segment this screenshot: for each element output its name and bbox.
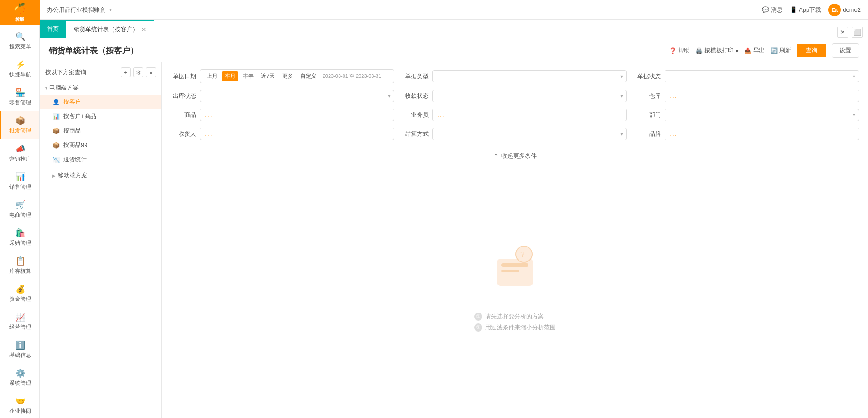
sidebar-item-capital[interactable]: 💰 资金管理: [0, 280, 39, 308]
sidebar-item-retail-mgmt[interactable]: 🏪 零售管理: [0, 83, 39, 111]
add-scheme-btn[interactable]: +: [121, 67, 131, 77]
sidebar-item-basic[interactable]: ℹ️ 基础信息: [0, 336, 39, 364]
doc-status-select-wrapper: [665, 70, 859, 82]
settings-button[interactable]: 设置: [832, 43, 859, 58]
inventory-icon: 📋: [15, 256, 25, 266]
scheme-item-by-goods[interactable]: 📦 按商品: [40, 124, 161, 138]
filter-row-2: 出库状态 收款状态: [171, 90, 859, 102]
content-inner: 按以下方案查询 + ⚙ « ▾ 电脑端方案 👤 按客户: [40, 62, 868, 418]
breadcrumb-dropdown-icon[interactable]: ▾: [109, 7, 112, 12]
date-tab-last-month[interactable]: 上月: [204, 71, 220, 81]
sidebar-item-search-menu[interactable]: 🔍 搜索菜单: [0, 27, 39, 55]
scheme-item-by-customer-goods[interactable]: 📊 按客户+商品: [40, 109, 161, 124]
query-button[interactable]: 查询: [797, 44, 826, 57]
header-breadcrumb-area: 办公用品行业模拟账套 ▾: [47, 6, 112, 14]
refresh-btn[interactable]: 🔄 刷新: [770, 47, 791, 55]
tab-sales-stat[interactable]: 销货单统计表（按客户） ✕: [66, 20, 154, 38]
receiver-dots-icon: ...: [205, 130, 213, 138]
doc-type-select-wrapper: [432, 70, 627, 82]
print-dropdown-icon: ▾: [736, 48, 739, 54]
purchase-icon: 🛍️: [15, 228, 25, 238]
desktop-group-header[interactable]: ▾ 电脑端方案: [40, 81, 161, 95]
sidebar-item-marketing[interactable]: 📣 营销推广: [0, 139, 39, 167]
sidebar-item-ops-label: 经营管理: [9, 323, 31, 331]
doc-type-label: 单据类型: [403, 72, 429, 81]
export-btn[interactable]: 📤 导出: [744, 47, 765, 55]
date-tab-7days[interactable]: 近7天: [258, 71, 278, 81]
sidebar-item-purchase[interactable]: 🛍️ 采购管理: [0, 223, 39, 252]
receiver-input[interactable]: ...: [200, 128, 394, 140]
goods-input[interactable]: ...: [200, 109, 394, 121]
payment-label: 结算方式: [403, 130, 429, 138]
message-btn[interactable]: 💬 消息: [762, 6, 783, 14]
export-icon: 📤: [744, 48, 751, 54]
date-range-display: 2023-03-01 至 2023-03-31: [323, 73, 382, 80]
sidebar-item-ops[interactable]: 📈 经营管理: [0, 308, 39, 336]
brand-dots-icon: ...: [670, 130, 678, 138]
return-stats-icon: 📉: [52, 156, 60, 163]
tab-bar: 首页 销货单统计表（按客户） ✕ ✕ ⬜: [40, 20, 868, 38]
sidebar-item-wholesale-mgmt[interactable]: 📦 批发管理: [0, 111, 39, 139]
sidebar-item-retail-mgmt-label: 零售管理: [9, 99, 31, 107]
sidebar-item-enterprise[interactable]: 🤝 企业协同: [0, 392, 39, 418]
tab-restore-btn[interactable]: ⬜: [852, 27, 863, 38]
receiver-label: 收货人: [171, 130, 196, 138]
by-customer-goods-icon: 📊: [52, 113, 60, 120]
tab-home[interactable]: 首页: [40, 20, 66, 38]
collapse-more-btn[interactable]: ⌃ 收起更多条件: [171, 148, 859, 164]
empty-tip-2-text: 用过滤条件来缩小分析范围: [485, 323, 556, 332]
out-status-select-wrapper: [200, 90, 394, 102]
top-header: 办公用品行业模拟账套 ▾ 💬 消息 📱 App下载 Ea demo2: [40, 0, 868, 20]
sidebar-item-system[interactable]: ⚙️ 系统管理: [0, 364, 39, 392]
scheme-item-by-customer[interactable]: 👤 按客户: [40, 95, 161, 109]
sidebar-item-sales-mgmt[interactable]: 📊 销售管理: [0, 167, 39, 195]
desktop-group-label: 电脑端方案: [49, 84, 79, 92]
sidebar-item-ecommerce[interactable]: 🛒 电商管理: [0, 195, 39, 223]
message-label: 消息: [771, 6, 783, 14]
collapse-panel-btn[interactable]: «: [146, 67, 156, 77]
scheme-settings-btn[interactable]: ⚙: [133, 67, 143, 77]
filter-item-doc-type: 单据类型: [403, 70, 627, 82]
date-tab-this-year[interactable]: 本年: [240, 71, 256, 81]
brand-dots-wrapper: ...: [665, 128, 859, 140]
app-download-btn[interactable]: 📱 App下载: [790, 6, 821, 14]
by-customer-goods-label: 按客户+商品: [63, 112, 96, 120]
main-area: 办公用品行业模拟账套 ▾ 💬 消息 📱 App下载 Ea demo2 首页 销货…: [40, 0, 868, 418]
tab-actions: ✕ ⬜: [837, 27, 868, 38]
svg-rect-2: [501, 270, 519, 272]
ops-icon: 📈: [15, 312, 25, 322]
tab-close-icon[interactable]: ✕: [141, 26, 146, 33]
collect-status-select[interactable]: [432, 90, 627, 102]
out-status-select[interactable]: [200, 90, 394, 102]
dept-select[interactable]: [665, 109, 859, 121]
goods-dots-wrapper: ...: [200, 109, 394, 121]
scheme-item-return-stats[interactable]: 📉 退货统计: [40, 152, 161, 167]
salesperson-input[interactable]: ...: [432, 109, 627, 121]
help-btn[interactable]: ❓ 帮助: [669, 47, 690, 55]
payment-select[interactable]: [432, 128, 627, 140]
date-tab-this-month[interactable]: 本月: [222, 71, 238, 81]
user-avatar: Ea: [828, 4, 841, 16]
by-customer-icon: 👤: [52, 98, 60, 105]
doc-status-select[interactable]: [665, 70, 859, 82]
tab-close-all-btn[interactable]: ✕: [837, 27, 848, 38]
date-tab-more[interactable]: 更多: [279, 71, 296, 81]
mobile-group-header[interactable]: ▶ 移动端方案: [40, 169, 161, 182]
print-btn[interactable]: 🖨️ 按模板打印 ▾: [695, 47, 739, 55]
filter-item-out-status: 出库状态: [171, 90, 394, 102]
warehouse-input[interactable]: ...: [665, 90, 859, 102]
header-right: 💬 消息 📱 App下载 Ea demo2: [762, 4, 861, 16]
date-filter-control[interactable]: 上月 本月 本年 近7天 更多 自定义 2023-03-01 至 2023-03…: [200, 69, 394, 83]
filter-row-1: 单据日期 上月 本月 本年 近7天 更多 自定义 2023-03-01 至 20…: [171, 69, 859, 83]
scheme-item-by-goods-99[interactable]: 📦 按商品99: [40, 138, 161, 152]
doc-type-select[interactable]: [432, 70, 627, 82]
sidebar-item-ecommerce-label: 电商管理: [9, 211, 31, 219]
filter-row-4: 收货人 ... 结算方式: [171, 128, 859, 140]
sidebar-item-quick-nav[interactable]: ⚡ 快捷导航: [0, 55, 39, 83]
date-tab-custom[interactable]: 自定义: [297, 71, 319, 81]
collapse-label: 收起更多条件: [501, 152, 537, 160]
sidebar-item-inventory[interactable]: 📋 库存核算: [0, 252, 39, 280]
sidebar-item-capital-label: 资金管理: [9, 295, 31, 303]
brand-input[interactable]: ...: [665, 128, 859, 140]
user-info[interactable]: Ea demo2: [828, 4, 861, 16]
